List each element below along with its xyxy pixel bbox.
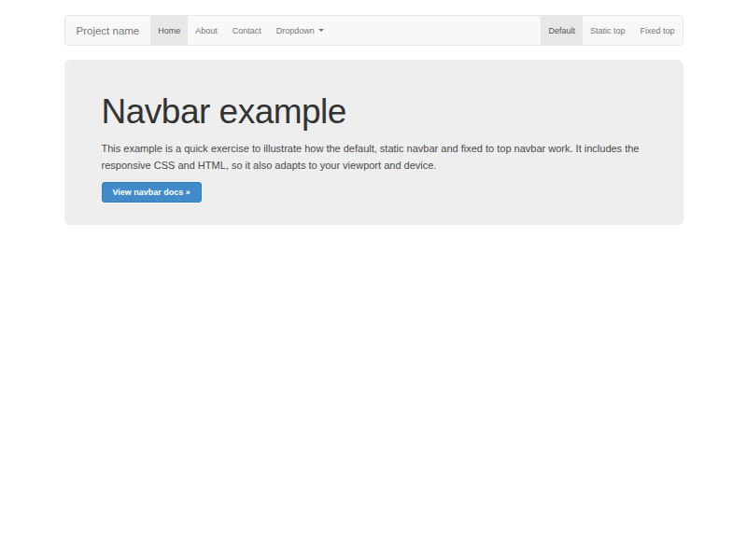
jumbotron-description: This example is a quick exercise to illu… — [102, 140, 646, 175]
navbar: Project name Home About Contact Dropdown… — [64, 15, 684, 46]
nav-item-static-top[interactable]: Static top — [583, 16, 633, 45]
navbar-left-nav: Home About Contact Dropdown — [150, 16, 331, 45]
navbar-brand[interactable]: Project name — [65, 16, 151, 45]
container: Project name Home About Contact Dropdown… — [64, 15, 684, 225]
nav-item-default[interactable]: Default — [541, 16, 583, 45]
nav-item-home[interactable]: Home — [150, 16, 188, 45]
nav-item-fixed-top[interactable]: Fixed top — [632, 16, 682, 45]
nav-item-dropdown-label: Dropdown — [276, 26, 315, 35]
view-navbar-docs-button[interactable]: View navbar docs » — [102, 182, 202, 203]
nav-item-about[interactable]: About — [188, 16, 225, 45]
nav-item-dropdown[interactable]: Dropdown — [269, 16, 331, 45]
navbar-right-nav: Default Static top Fixed top — [541, 16, 682, 45]
nav-item-contact[interactable]: Contact — [225, 16, 269, 45]
page-title: Navbar example — [102, 93, 646, 132]
jumbotron: Navbar example This example is a quick e… — [64, 60, 684, 225]
caret-down-icon — [318, 29, 324, 32]
page: Project name Home About Contact Dropdown… — [0, 0, 747, 560]
